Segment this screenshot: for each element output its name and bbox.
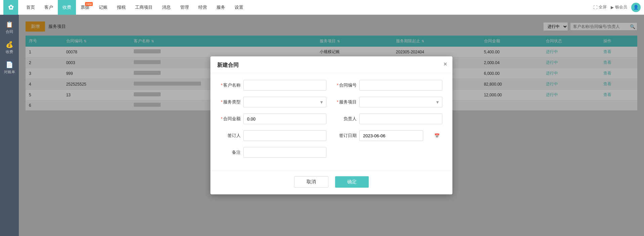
nav-settings[interactable]: 设置 <box>230 0 248 15</box>
new-badge: new <box>85 2 93 6</box>
nav-manage[interactable]: 管理 <box>175 0 194 15</box>
service-item-label: *服务项目 <box>336 99 357 105</box>
note-label: 备注 <box>220 149 241 155</box>
nav-items: 首页 客户 收费 票据 new 记账 报税 工商项目 消息 管理 经营 服务 设… <box>18 0 593 15</box>
signer-label: 签订人 <box>220 133 241 139</box>
form-group-client: *客户名称 <box>220 80 326 91</box>
main-layout: 📋 合同 💰 收费 📄 对账单 新增 服务项目 进行中 已完成 全部 <box>0 15 644 236</box>
avatar[interactable]: 👤 <box>631 3 641 12</box>
required-star-4: * <box>337 99 338 104</box>
nav-business[interactable]: 工商项目 <box>130 0 157 15</box>
signer-input[interactable] <box>243 130 326 141</box>
modal-overlay[interactable]: 新建合同 × *客户名称 *合同编号 <box>19 15 644 236</box>
form-row-3: *合同金额 负责人 <box>220 113 442 124</box>
statement-icon: 📄 <box>6 61 13 68</box>
client-name-label: *客户名称 <box>220 82 241 88</box>
modal-close-button[interactable]: × <box>443 61 447 67</box>
nav-message[interactable]: 消息 <box>157 0 175 15</box>
play-icon: ▶ <box>611 5 614 10</box>
service-item-select[interactable] <box>359 97 442 107</box>
nav-client[interactable]: 客户 <box>40 0 58 15</box>
client-name-input[interactable] <box>243 80 326 91</box>
form-group-service-type: *服务类型 ▼ <box>220 97 326 107</box>
nav-right: ⛶ 全屏 ▶ 畅会员 👤 <box>593 3 641 12</box>
form-group-sign-date: 签订日期 📅 <box>336 130 442 141</box>
nav-service[interactable]: 服务 <box>212 0 230 15</box>
sign-date-label: 签订日期 <box>336 133 357 139</box>
content-area: 新增 服务项目 进行中 已完成 全部 🔍 序号 合 <box>19 15 644 236</box>
sidebar-item-contract[interactable]: 📋 合同 <box>1 18 18 37</box>
nav-tax[interactable]: 报税 <box>112 0 130 15</box>
contract-no-input[interactable] <box>359 80 442 91</box>
nav-bookkeeping[interactable]: 记账 <box>94 0 112 15</box>
modal-header: 新建合同 × <box>210 56 452 73</box>
contract-no-label: *合同编号 <box>336 82 357 88</box>
required-star-2: * <box>337 83 338 88</box>
form-row-5: 备注 <box>220 147 442 158</box>
form-row-2: *服务类型 ▼ *服务项目 <box>220 97 442 107</box>
required-star: * <box>221 83 223 88</box>
cancel-button[interactable]: 取消 <box>294 176 328 188</box>
form-row-1: *客户名称 *合同编号 <box>220 80 442 91</box>
form-row-4: 签订人 签订日期 📅 <box>220 130 442 141</box>
sign-date-input[interactable] <box>359 130 423 141</box>
modal-title: 新建合同 <box>217 62 239 68</box>
sidebar-item-statement[interactable]: 📄 对账单 <box>1 58 18 77</box>
calendar-icon[interactable]: 📅 <box>434 133 440 138</box>
nav-fee[interactable]: 收费 <box>58 0 76 15</box>
required-star-3: * <box>221 99 223 104</box>
contract-amount-label: *合同金额 <box>220 116 241 122</box>
sidebar-contract-label: 合同 <box>6 29 13 34</box>
fullscreen-button[interactable]: ⛶ 全屏 <box>593 4 607 10</box>
sidebar-fee-label: 收费 <box>6 49 13 54</box>
modal-body: *客户名称 *合同编号 <box>210 73 452 171</box>
form-group-amount: *合同金额 <box>220 113 326 124</box>
nav-invoice[interactable]: 票据 new <box>76 0 94 15</box>
sidebar-statement-label: 对账单 <box>4 69 15 75</box>
required-star-5: * <box>221 116 223 121</box>
responsible-label: 负责人 <box>336 116 357 122</box>
fee-icon: 💰 <box>6 41 13 48</box>
service-type-label: *服务类型 <box>220 99 241 105</box>
member-button[interactable]: ▶ 畅会员 <box>611 4 627 10</box>
form-group-note: 备注 <box>220 147 326 158</box>
avatar-icon: 👤 <box>633 5 639 10</box>
responsible-input[interactable] <box>359 113 442 124</box>
fullscreen-icon: ⛶ <box>593 5 597 10</box>
form-group-signer: 签订人 <box>220 130 326 141</box>
top-nav: ✿ 首页 客户 收费 票据 new 记账 报税 工商项目 消息 管理 经营 服务… <box>0 0 644 15</box>
nav-operation[interactable]: 经营 <box>194 0 212 15</box>
service-type-select[interactable] <box>243 97 326 107</box>
contract-amount-input[interactable] <box>243 113 326 124</box>
nav-home[interactable]: 首页 <box>22 0 40 15</box>
form-group-responsible: 负责人 <box>336 113 442 124</box>
sidebar: 📋 合同 💰 收费 📄 对账单 <box>0 15 19 236</box>
logo-icon: ✿ <box>8 3 14 11</box>
service-type-select-wrap: ▼ <box>243 97 326 107</box>
note-input[interactable] <box>243 147 326 158</box>
contract-icon: 📋 <box>6 21 13 28</box>
service-item-select-wrap: ▼ <box>359 97 442 107</box>
form-group-service-item: *服务项目 ▼ <box>336 97 442 107</box>
sidebar-item-fee[interactable]: 💰 收费 <box>1 38 18 57</box>
logo[interactable]: ✿ <box>3 0 18 15</box>
confirm-button[interactable]: 确定 <box>335 176 369 188</box>
modal-new-contract: 新建合同 × *客户名称 *合同编号 <box>210 56 452 194</box>
form-group-contract-no: *合同编号 <box>336 80 442 91</box>
modal-footer: 取消 确定 <box>210 171 452 194</box>
sign-date-wrap: 📅 <box>359 130 442 141</box>
fullscreen-label: 全屏 <box>599 4 607 10</box>
member-label: 畅会员 <box>615 4 627 10</box>
